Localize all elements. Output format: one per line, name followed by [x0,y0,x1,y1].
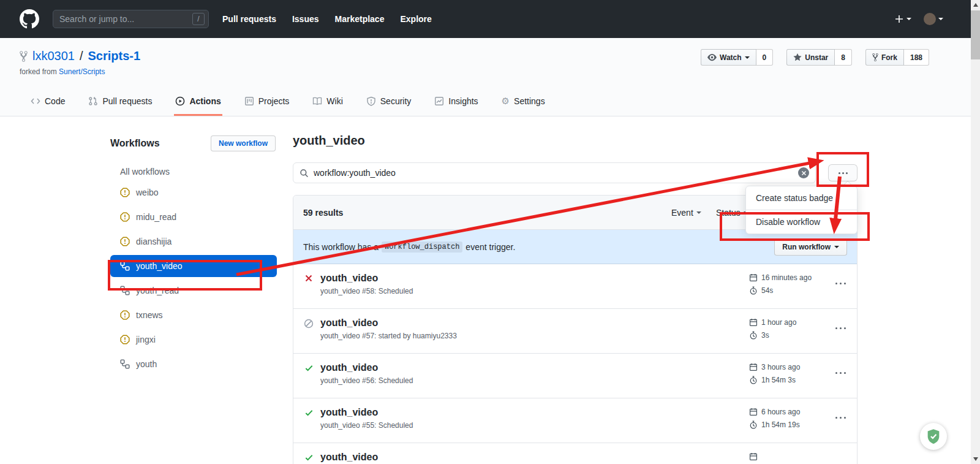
status-filter-label: Status [716,208,741,218]
tab-label: Code [45,96,65,106]
nav-explore[interactable]: Explore [400,14,431,24]
tab-label: Actions [189,96,221,106]
sidebar-item-youth[interactable]: youth [110,352,276,376]
avatar [924,13,936,25]
sidebar-item-weibo[interactable]: weibo [110,180,276,205]
eye-icon [707,53,717,62]
fork-button-group: Fork 188 [865,49,929,66]
tab-security[interactable]: Security [365,96,413,116]
run-meta: 3 hours ago 1h 54m 3s [749,362,800,387]
forked-from-label: forked from [20,67,57,76]
header-right [894,13,943,25]
results-count: 59 results [303,208,343,218]
play-circle-icon [175,96,185,106]
run-title: youth_video [320,452,378,463]
scroll-up-arrow[interactable] [971,0,980,10]
status-filter-dropdown[interactable]: Status [716,208,748,218]
check-success-icon [303,363,314,373]
tab-code[interactable]: Code [29,96,66,116]
workflow-label: youth [136,359,157,369]
banner-text: event trigger. [466,242,515,252]
watch-button-group: Watch 0 [701,49,773,66]
tab-projects[interactable]: Projects [243,96,291,116]
github-logo-icon[interactable] [20,9,39,29]
run-options-button[interactable] [835,283,846,284]
event-filter-label: Event [671,208,693,218]
star-button-group: Unstar 8 [786,49,852,66]
star-count[interactable]: 8 [835,49,852,66]
tab-insights[interactable]: Insights [433,96,479,116]
create-new-button[interactable] [894,14,911,24]
nav-pull-requests[interactable]: Pull requests [222,14,276,24]
unstar-label: Unstar [805,53,828,62]
repo-tabs: Code Pull requests Actions Projects [29,96,546,116]
sidebar-item-jingxi[interactable]: jingxi [110,327,276,352]
menu-item-disable-workflow[interactable]: Disable workflow [746,210,857,234]
workflow-options-button[interactable] [828,164,858,181]
clear-filter-button[interactable] [798,167,809,178]
check-success-icon [303,453,314,462]
fork-count[interactable]: 188 [904,49,929,66]
stopwatch-icon [749,420,758,429]
event-filter-dropdown[interactable]: Event [671,208,701,218]
run-options-button[interactable] [835,372,846,374]
repo-name-link[interactable]: Scripts-1 [88,49,141,63]
run-link[interactable]: youth_video [303,452,847,463]
banner-text: This workflow has a [303,242,379,252]
git-pull-request-icon [88,96,98,106]
unstar-button[interactable]: Unstar [786,49,835,66]
gear-icon: ⚙ [502,97,510,106]
run-workflow-button[interactable]: Run workflow [774,238,847,256]
runs-filter-box [293,162,816,183]
nav-issues[interactable]: Issues [292,14,319,24]
workflow-label: youth_read [136,286,179,295]
global-search-input[interactable] [59,14,192,24]
run-title: youth_video [320,362,378,373]
repo-forked-icon [872,53,878,62]
fork-label: Fork [881,53,897,62]
sidebar-item-dianshijia[interactable]: dianshijia [110,229,276,254]
stopwatch-icon [749,286,758,295]
shield-icon [366,96,376,106]
runs-filter-input[interactable] [314,168,798,178]
adguard-shield-button[interactable] [920,423,947,450]
tab-label: Pull requests [102,96,152,106]
run-options-button[interactable] [835,327,846,329]
sidebar-item-txnews[interactable]: txnews [110,303,276,327]
repo-header: lxk0301 / Scripts-1 forked from Sunert/S… [0,38,980,116]
run-meta: 16 minutes ago 54s [749,272,812,298]
sidebar-item-midu-read[interactable]: midu_read [110,205,276,229]
run-time: 3 hours ago [761,363,800,371]
forked-from-link[interactable]: Sunert/Scripts [59,67,105,76]
sidebar-item-all-workflows[interactable]: All workflows [120,167,276,177]
scroll-down-arrow[interactable] [971,454,980,464]
menu-item-create-status-badge[interactable]: Create status badge [746,186,857,210]
scrollbar-thumb[interactable] [971,10,980,59]
tab-settings[interactable]: ⚙ Settings [500,96,546,116]
check-success-icon [303,408,314,417]
workflow-label: youth_video [136,261,183,271]
run-options-button[interactable] [835,417,846,419]
sidebar-item-youth-read[interactable]: youth_read [110,278,276,303]
fork-button[interactable]: Fork [865,49,904,66]
repo-owner-link[interactable]: lxk0301 [32,49,75,63]
user-menu-button[interactable] [924,13,943,25]
sidebar-item-youth-video[interactable]: youth_video [110,255,277,277]
tab-wiki[interactable]: Wiki [311,96,344,116]
tab-pull-requests[interactable]: Pull requests [87,96,153,116]
new-workflow-button[interactable]: New workflow [211,135,276,151]
stopwatch-icon [749,376,758,384]
nav-marketplace[interactable]: Marketplace [335,14,385,24]
watch-count[interactable]: 0 [756,49,774,66]
watch-button[interactable]: Watch [701,49,756,66]
tab-actions[interactable]: Actions [174,96,222,116]
page-scrollbar[interactable] [971,0,980,464]
workflows-heading: Workflows [110,138,160,149]
run-time: 16 minutes ago [761,273,812,282]
workflows-sidebar: Workflows New workflow All workflows wei… [110,134,276,376]
run-duration: 54s [761,286,773,295]
workflow-dispatch-banner: This workflow has a workflow_dispatch ev… [293,230,857,264]
run-title: youth_video [320,273,378,284]
chevron-down-icon [938,18,943,20]
calendar-icon [749,452,758,461]
